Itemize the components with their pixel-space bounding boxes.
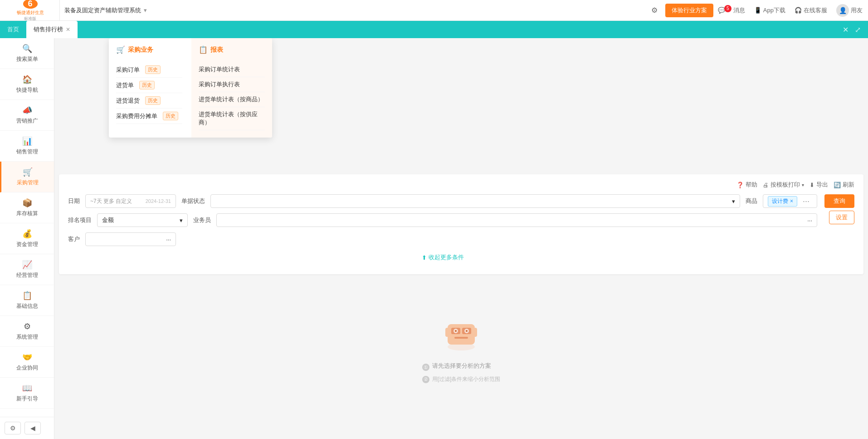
inbound-label: 进货单 <box>116 81 134 89</box>
filter-row-3: 客户 ··· <box>68 232 817 246</box>
notifications-badge: 5 <box>724 5 731 12</box>
settings-btn-filter[interactable]: 设置 <box>829 211 854 224</box>
system-title: 装备及固定资产辅助管理系统 ▾ <box>64 6 644 15</box>
logo-text: 畅捷通好生意 <box>17 10 44 16</box>
home-icon: 🏠 <box>22 74 32 84</box>
sidebar-inventory-label: 库存核算 <box>16 210 38 217</box>
hint1-bullet: ① <box>422 364 429 371</box>
tab-sales-rank[interactable]: 销售排行榜 ✕ <box>26 21 78 38</box>
sidebar-item-marketing[interactable]: 📣 营销推广 <box>0 100 54 131</box>
collapse-btn[interactable]: ⬆ 收起更多条件 <box>68 252 817 263</box>
sidebar-basicinfo-label: 基础信息 <box>16 302 38 310</box>
query-btn[interactable]: 查询 <box>824 194 854 208</box>
rank-select[interactable]: 金额 ▾ <box>97 213 188 227</box>
customer-more-btn[interactable]: ··· <box>166 236 171 243</box>
sidebar-guide-label: 新手引导 <box>16 395 38 403</box>
purchase-order-label: 采购订单 <box>116 66 140 74</box>
filter-actions: 查询 设置 <box>824 194 854 224</box>
refresh-label: 刷新 <box>843 181 854 189</box>
menu-item-purchase-order[interactable]: 采购订单 历史 <box>116 62 182 78</box>
sidebar-item-operation[interactable]: 📈 经营管理 <box>0 254 54 285</box>
guide-icon: 📖 <box>22 383 32 393</box>
product-label: 商品 <box>746 197 757 205</box>
purchase-order-history-tag: 历史 <box>145 65 161 74</box>
sidebar-item-enterprise[interactable]: 🤝 企业协同 <box>0 347 54 378</box>
menu-item-inbound-return[interactable]: 进货退货 历史 <box>116 93 182 109</box>
customer-label: 客户 <box>68 235 80 243</box>
sidebar-item-basicinfo[interactable]: 📋 基础信息 <box>0 285 54 316</box>
app-download-btn[interactable]: 📱 App下载 <box>754 6 785 15</box>
user-menu-btn[interactable]: 👤 用友 <box>836 4 863 17</box>
empty-hint1-text: 请先选择要分析的方案 <box>432 362 491 370</box>
sidebar-item-sales[interactable]: 📊 销售管理 <box>0 131 54 162</box>
salesperson-select[interactable]: ··· <box>216 213 817 227</box>
refresh-btn[interactable]: 🔄 刷新 <box>834 181 854 189</box>
phone-icon: 📱 <box>754 7 761 14</box>
dropdown-arrow-icon[interactable]: ▾ <box>144 7 147 14</box>
notifications-btn[interactable]: 💬 5 消息 <box>718 6 745 15</box>
svg-rect-6 <box>473 328 477 337</box>
purchase-section-title: 🛒 采购业务 <box>116 45 182 58</box>
product-tag-close[interactable]: × <box>790 198 793 204</box>
order-status-dropdown[interactable]: ▾ <box>732 198 735 205</box>
inbound-return-label: 进货退货 <box>116 97 140 105</box>
logo-area: 6 畅捷通好生意 标准版 <box>5 0 60 20</box>
hint2-bullet: ② <box>422 376 429 383</box>
rank-dropdown[interactable]: ▾ <box>180 217 183 224</box>
user-label: 用友 <box>851 6 863 15</box>
order-status-label: 单据状态 <box>181 197 205 205</box>
date-select[interactable]: ~7天 更多 自定义 2024-12-31 <box>85 194 176 208</box>
inbound-stats-supplier-label: 进货单统计表（按供应商） <box>199 110 265 127</box>
sidebar-item-guide[interactable]: 📖 新手引导 <box>0 378 54 409</box>
sidebar-finance-label: 资金管理 <box>16 241 38 248</box>
menu-item-purchase-order-exec[interactable]: 采购订单执行表 <box>199 77 265 92</box>
order-status-select[interactable]: ▾ <box>210 194 740 208</box>
tab-fullscreen-icon[interactable]: ⤢ <box>853 24 863 36</box>
menu-item-inbound[interactable]: 进货单 历史 <box>116 78 182 93</box>
inbound-stats-product-label: 进货单统计表（按商品） <box>199 95 263 104</box>
print-btn[interactable]: 🖨 按模板打印 ▾ <box>763 181 804 189</box>
menu-item-purchase-expense[interactable]: 采购费用分摊单 历史 <box>116 109 182 124</box>
print-label: 按模板打印 <box>770 181 800 189</box>
empty-robot-icon <box>439 315 484 351</box>
tab-close-all-icon[interactable]: ✕ <box>841 24 850 36</box>
industry-btn[interactable]: 体验行业方案 <box>665 4 713 17</box>
print-dropdown-icon[interactable]: ▾ <box>802 183 804 187</box>
operation-icon: 📈 <box>22 260 32 270</box>
tab-sales-rank-label: 销售排行榜 <box>34 25 63 34</box>
tab-close-icon[interactable]: ✕ <box>66 26 70 33</box>
product-more-btn[interactable]: ··· <box>800 197 812 206</box>
filter-panel: ❓ 帮助 🖨 按模板打印 ▾ ⬇ 导出 🔄 刷新 <box>59 174 863 274</box>
sidebar: 🔍 搜索菜单 🏠 快捷导航 📣 营销推广 📊 销售管理 🛒 采购管理 📦 库存核… <box>0 38 54 439</box>
empty-hint-2: ② 用[过滤]条件来缩小分析范围 <box>422 375 501 383</box>
sidebar-item-inventory[interactable]: 📦 库存核算 <box>0 192 54 223</box>
sidebar-item-finance[interactable]: 💰 资金管理 <box>0 223 54 254</box>
help-btn[interactable]: ❓ 帮助 <box>736 181 757 189</box>
reports-menu-icon: 📋 <box>199 45 208 54</box>
refresh-icon: 🔄 <box>834 182 841 188</box>
sidebar-bottom: ⚙ ◀ <box>0 417 54 439</box>
product-select[interactable]: 设计费 × ··· <box>763 194 817 208</box>
sidebar-collapse-btn[interactable]: ◀ <box>24 422 41 434</box>
purchase-dropdown-menu: 🛒 采购业务 采购订单 历史 进货单 历史 进货退货 历史 采购费用分摊单 <box>109 38 272 138</box>
empty-hint-1: ① 请先选择要分析的方案 <box>422 362 491 373</box>
basicinfo-icon: 📋 <box>22 291 32 301</box>
menu-item-purchase-order-stats[interactable]: 采购订单统计表 <box>199 62 265 77</box>
menu-item-inbound-stats-product[interactable]: 进货单统计表（按商品） <box>199 92 265 107</box>
menu-item-inbound-stats-supplier[interactable]: 进货单统计表（按供应商） <box>199 107 265 130</box>
sidebar-item-system[interactable]: ⚙ 系统管理 <box>0 316 54 347</box>
content-area: 🛒 采购业务 采购订单 历史 进货单 历史 进货退货 历史 采购费用分摊单 <box>54 38 868 439</box>
export-btn[interactable]: ⬇ 导出 <box>809 181 828 189</box>
date-label: 日期 <box>68 197 80 205</box>
sidebar-item-purchase[interactable]: 🛒 采购管理 <box>0 162 54 192</box>
customer-select[interactable]: ··· <box>85 232 176 246</box>
sidebar-item-search[interactable]: 🔍 搜索菜单 <box>0 38 54 69</box>
salesperson-more-btn[interactable]: ··· <box>807 217 812 224</box>
tab-home[interactable]: 首页 <box>0 21 26 38</box>
online-service-btn[interactable]: 🎧 在线客服 <box>795 6 827 15</box>
sidebar-item-quicknav[interactable]: 🏠 快捷导航 <box>0 69 54 100</box>
system-title-text: 装备及固定资产辅助管理系统 <box>64 6 141 15</box>
settings-icon[interactable]: ⚙ <box>648 4 661 17</box>
sidebar-settings-btn[interactable]: ⚙ <box>5 422 21 434</box>
sidebar-search-label: 搜索菜单 <box>16 55 38 63</box>
